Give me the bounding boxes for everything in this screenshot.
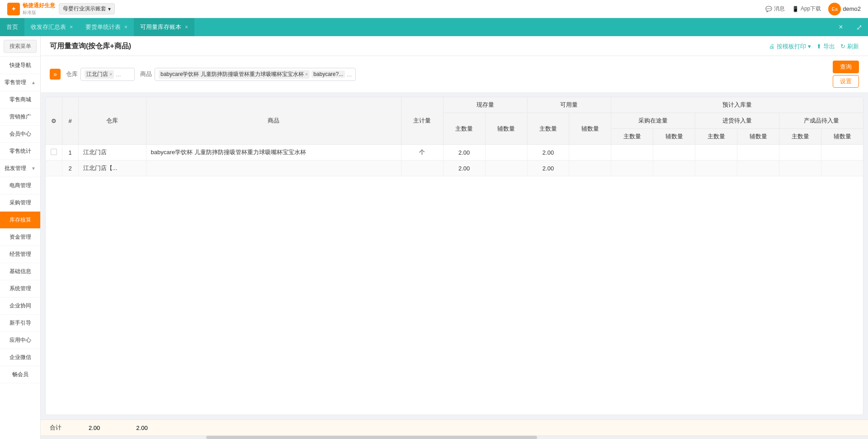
sidebar-item-retail-mall[interactable]: 零售商城 — [0, 91, 40, 109]
td-purchase-aux — [653, 145, 695, 160]
product-label: 商品 — [140, 70, 152, 78]
query-button[interactable]: 查询 — [833, 61, 859, 73]
refresh-button[interactable]: ↻ 刷新 — [840, 42, 859, 51]
settings-button[interactable]: 设置 — [833, 75, 859, 88]
th-avail-main: 主数量 — [527, 113, 569, 145]
sidebar: 搜索菜单 快捷导航 零售管理 ▲ 零售商城 营销推广 会员中心 零售统计 批发管… — [0, 36, 41, 439]
tab-shoufacun[interactable]: 收发存汇总表 × — [24, 18, 79, 36]
sidebar-item-wholesale-mgmt[interactable]: 批发管理 ▼ — [0, 160, 40, 177]
th-index: # — [62, 97, 78, 145]
message-icon: 💬 — [765, 6, 772, 12]
sidebar-item-ecommerce[interactable]: 电商管理 — [0, 177, 40, 194]
td-stock-aux — [485, 145, 527, 160]
th-incoming-main: 主数量 — [695, 129, 737, 145]
sidebar-item-retail-mgmt[interactable]: 零售管理 ▲ — [0, 74, 40, 91]
close-all-tabs-button[interactable]: × — [832, 18, 850, 36]
top-bar: ✦ 畅捷通好生意 标准版 母婴行业演示账套 ▾ 💬 消息 📱 App下载 Ea … — [0, 0, 868, 18]
dropdown-icon: ▾ — [808, 43, 811, 50]
industry-selector[interactable]: 母婴行业演示账套 ▾ — [59, 3, 115, 14]
filter-toggle-button[interactable]: » — [50, 69, 61, 80]
logo-icon: ✦ — [7, 3, 20, 15]
print-template-button[interactable]: 🖨 按模板打印 ▾ — [769, 42, 811, 51]
row-checkbox[interactable] — [51, 149, 57, 155]
product-filter-group: 商品 babycare学饮杯 儿童防摔防撞吸管杯重力球吸嘴杯宝宝水杯 × bab… — [140, 68, 356, 81]
warehouse-tag: 江北门店 × — [85, 70, 114, 79]
product-tag-1-close[interactable]: × — [305, 71, 308, 77]
data-table: ⚙ # 仓库 商品 主计量 现存量 可用量 预计入库量 主数量 辅数量 主数量 … — [46, 97, 863, 176]
tab-close-icon[interactable]: × — [70, 24, 73, 30]
product-input[interactable]: babycare学饮杯 儿童防摔防撞吸管杯重力球吸嘴杯宝宝水杯 × babyca… — [155, 68, 356, 81]
user-menu[interactable]: Ea demo2 — [828, 3, 861, 15]
tab-close-icon[interactable]: × — [185, 24, 188, 30]
sidebar-item-marketing[interactable]: 营销推广 — [0, 109, 40, 126]
warehouse-input[interactable]: 江北门店 × ... — [80, 68, 135, 81]
chevron-icon: ▼ — [31, 166, 36, 171]
nav-tabs: 首页 收发存汇总表 × 要货单统计表 × 可用量库存账本 × × ⤢ — [0, 18, 868, 36]
sidebar-item-retail-stats[interactable]: 零售统计 — [0, 143, 40, 160]
td-finished-main — [779, 145, 821, 160]
export-button[interactable]: ⬆ 导出 — [816, 42, 835, 51]
message-button[interactable]: 💬 消息 — [765, 5, 785, 13]
td-main-unit — [401, 160, 443, 176]
product-tag-1: babycare学饮杯 儿童防摔防撞吸管杯重力球吸嘴杯宝宝水杯 × — [159, 70, 310, 79]
summary-avail-main: 2.00 — [136, 425, 147, 431]
chevron-icon: ▲ — [31, 80, 36, 85]
ellipsis-icon[interactable]: ... — [116, 71, 121, 78]
sidebar-item-enterprise-wechat[interactable]: 企业微信 — [0, 349, 40, 366]
sidebar-item-operations[interactable]: 经营管理 — [0, 246, 40, 263]
restore-window-button[interactable]: ⤢ — [850, 18, 868, 36]
th-incoming-pending: 进货待入量 — [695, 113, 779, 129]
sidebar-item-inventory[interactable]: 库存核算 — [0, 212, 40, 229]
td-stock-main: 2.00 — [443, 160, 485, 176]
sidebar-item-newbie-guide[interactable]: 新手引导 — [0, 315, 40, 332]
warehouse-tag-close[interactable]: × — [109, 71, 112, 77]
td-index: 1 — [62, 145, 78, 160]
td-settings — [46, 160, 62, 176]
export-icon: ⬆ — [816, 43, 821, 50]
th-expected-in: 预计入库量 — [611, 97, 863, 113]
app-download-button[interactable]: 📱 App下载 — [792, 5, 821, 13]
th-available: 可用量 — [527, 97, 611, 113]
scrollbar-thumb[interactable] — [206, 436, 537, 439]
product-ellipsis-icon[interactable]: ... — [347, 71, 352, 78]
td-stock-main: 2.00 — [443, 145, 485, 160]
th-current-stock: 现存量 — [443, 97, 527, 113]
td-stock-aux — [485, 160, 527, 176]
td-main-unit: 个 — [401, 145, 443, 160]
th-stock-aux: 辅数量 — [485, 113, 527, 145]
th-purchase-main: 主数量 — [611, 129, 653, 145]
sidebar-item-basic-info[interactable]: 基础信息 — [0, 263, 40, 280]
td-avail-main: 2.00 — [527, 145, 569, 160]
tab-close-icon[interactable]: × — [124, 24, 127, 30]
tab-yaohuo[interactable]: 要货单统计表 × — [79, 18, 134, 36]
sidebar-item-member-center[interactable]: 会员中心 — [0, 126, 40, 143]
content-area: 可用量查询(按仓库+商品) 🖨 按模板打印 ▾ ⬆ 导出 ↻ 刷新 — [41, 36, 868, 439]
td-finished-aux — [821, 160, 863, 176]
sidebar-item-enterprise-collab[interactable]: 企业协同 — [0, 297, 40, 315]
table-row: 1 江北门店 babycare学饮杯 儿童防摔防撞吸管杯重力球吸嘴杯宝宝水杯 个… — [46, 145, 863, 160]
td-finished-main — [779, 160, 821, 176]
table-row: 2 江北门店【... 2.00 2.00 — [46, 160, 863, 176]
tab-home[interactable]: 首页 — [0, 18, 24, 36]
sidebar-item-system-mgmt[interactable]: 系统管理 — [0, 280, 40, 297]
td-purchase-main — [611, 145, 653, 160]
th-finished-aux: 辅数量 — [821, 129, 863, 145]
th-purchase-aux: 辅数量 — [653, 129, 695, 145]
logo-text: 畅捷通好生意 标准版 — [23, 2, 55, 16]
td-incoming-aux — [737, 160, 779, 176]
print-icon: 🖨 — [769, 43, 775, 50]
sidebar-item-app-center[interactable]: 应用中心 — [0, 332, 40, 349]
table-footer: 合计 2.00 2.00 — [41, 420, 868, 435]
sidebar-item-member[interactable]: 畅会员 — [0, 366, 40, 383]
table-scrollbar[interactable] — [41, 435, 868, 439]
td-incoming-main — [695, 160, 737, 176]
th-stock-main: 主数量 — [443, 113, 485, 145]
product-tag-2: babycare?... — [311, 71, 345, 78]
sidebar-item-finance[interactable]: 资金管理 — [0, 229, 40, 246]
th-incoming-aux: 辅数量 — [737, 129, 779, 145]
tab-keyongliang[interactable]: 可用量库存账本 × — [134, 18, 194, 36]
sidebar-item-quick-nav[interactable]: 快捷导航 — [0, 57, 40, 74]
search-menu-button[interactable]: 搜索菜单 — [4, 40, 37, 53]
sidebar-item-purchase-mgmt[interactable]: 采购管理 — [0, 194, 40, 212]
th-settings: ⚙ — [46, 97, 62, 145]
